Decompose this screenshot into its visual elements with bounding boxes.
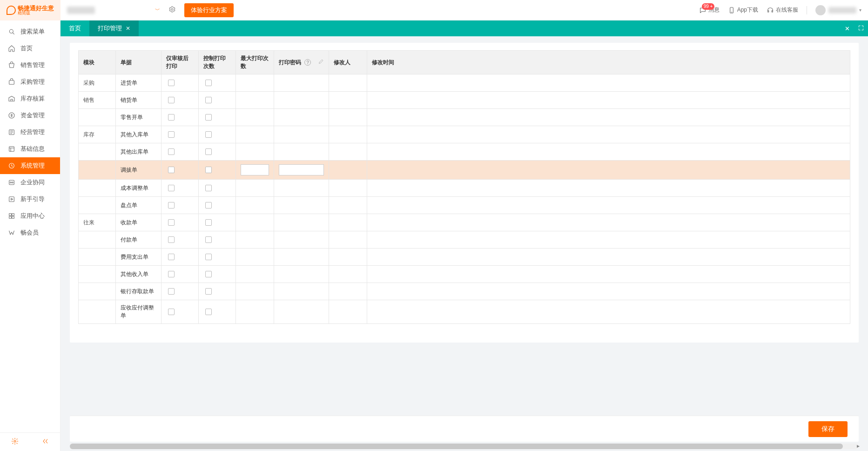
sidebar-item-home[interactable]: 首页 [0, 40, 60, 57]
svg-rect-20 [12, 216, 14, 219]
audit-only-checkbox[interactable] [168, 185, 175, 191]
limit-count-checkbox[interactable] [205, 309, 212, 315]
limit-count-checkbox[interactable] [205, 202, 212, 209]
sidebar-item-purchase[interactable]: 采购管理 [0, 74, 60, 90]
logo-icon [7, 6, 16, 15]
audit-only-checkbox[interactable] [168, 254, 175, 260]
cell-audit-only [161, 143, 199, 161]
limit-count-checkbox[interactable] [205, 167, 212, 173]
sidebar-settings-button[interactable] [11, 438, 19, 446]
limit-count-checkbox[interactable] [205, 254, 212, 260]
cell-audit-only [161, 109, 199, 126]
coop-icon [7, 178, 16, 187]
close-icon: ✕ [845, 25, 850, 32]
audit-only-checkbox[interactable] [168, 236, 175, 243]
limit-count-checkbox[interactable] [205, 97, 212, 103]
audit-only-checkbox[interactable] [168, 288, 175, 295]
save-button[interactable]: 保存 [808, 421, 848, 437]
limit-count-checkbox[interactable] [205, 148, 212, 155]
scroll-right-icon[interactable]: ▸ [857, 443, 860, 449]
limit-count-checkbox[interactable] [205, 114, 212, 121]
sidebar-item-base[interactable]: 基础信息 [0, 141, 60, 157]
fullscreen-button[interactable] [854, 20, 868, 36]
org-selector[interactable]: ﹀ [67, 3, 160, 18]
sidebar-item-sales[interactable]: 销售管理 [0, 57, 60, 74]
app-download-button[interactable]: App下载 [728, 6, 758, 14]
sidebar-collapse-button[interactable] [41, 438, 49, 446]
audit-only-checkbox[interactable] [168, 97, 175, 103]
cell-modifier [329, 109, 367, 126]
online-service-button[interactable]: 在线客服 [767, 6, 798, 14]
tab-home[interactable]: 首页 [61, 20, 89, 36]
cell-audit-only [161, 249, 199, 266]
limit-count-checkbox[interactable] [205, 236, 212, 243]
member-icon [7, 229, 16, 237]
sidebar-item-label: 资金管理 [20, 111, 45, 120]
audit-only-checkbox[interactable] [168, 131, 175, 138]
sidebar-item-label: 应用中心 [20, 212, 45, 220]
limit-count-checkbox[interactable] [205, 288, 212, 295]
close-icon[interactable]: ✕ [126, 25, 130, 32]
cell-max-count [236, 161, 274, 180]
scrollbar-thumb[interactable] [70, 444, 843, 449]
user-menu[interactable]: ▾ [815, 5, 861, 15]
tab-label: 打印管理 [98, 24, 122, 33]
audit-only-checkbox[interactable] [168, 219, 175, 226]
sidebar-item-appcenter[interactable]: 应用中心 [0, 208, 60, 224]
cell-limit-count [199, 300, 236, 324]
industry-plan-button[interactable]: 体验行业方案 [184, 3, 234, 17]
audit-only-checkbox[interactable] [168, 148, 175, 155]
cell-modify-time [367, 214, 850, 231]
col-password-label: 打印密码 [279, 59, 301, 66]
svg-rect-5 [9, 81, 14, 85]
audit-only-checkbox[interactable] [168, 271, 175, 277]
sidebar-item-coop[interactable]: 企业协同 [0, 174, 60, 191]
tab-print-management[interactable]: 打印管理 ✕ [89, 20, 139, 36]
cell-password [274, 161, 329, 180]
chevron-down-icon: ﹀ [155, 7, 160, 13]
limit-count-checkbox[interactable] [205, 185, 212, 191]
settings-button[interactable] [167, 5, 178, 16]
cell-password [274, 300, 329, 324]
edit-icon[interactable] [318, 59, 324, 66]
audit-only-checkbox[interactable] [168, 309, 175, 315]
sidebar-item-system[interactable]: 系统管理 [0, 157, 60, 174]
cell-doc: 调拔单 [116, 161, 161, 180]
sidebar-item-stock[interactable]: 库存核算 [0, 90, 60, 107]
sidebar-item-search[interactable]: 搜索菜单 [0, 23, 60, 40]
svg-point-21 [14, 440, 16, 442]
col-audit-only: 仅审核后打印 [161, 51, 199, 74]
messages-button[interactable]: 99 + 消息 [699, 6, 720, 14]
sidebar-item-fund[interactable]: 资金管理 [0, 107, 60, 124]
table-row: 采购进货单 [79, 74, 850, 92]
limit-count-checkbox[interactable] [205, 271, 212, 277]
table-row: 销售销货单 [79, 92, 850, 109]
cell-modifier [329, 126, 367, 143]
gear-icon [11, 439, 19, 446]
audit-only-checkbox[interactable] [168, 202, 175, 209]
cell-audit-only [161, 161, 199, 180]
sidebar-item-guide[interactable]: 新手引导 [0, 191, 60, 208]
audit-only-checkbox[interactable] [168, 167, 175, 173]
svg-rect-8 [9, 147, 14, 152]
password-input[interactable] [279, 164, 324, 175]
cell-modifier [329, 249, 367, 266]
sidebar-item-biz[interactable]: 经营管理 [0, 124, 60, 141]
cell-module [79, 143, 116, 161]
col-modifier: 修改人 [329, 51, 367, 74]
cell-module [79, 283, 116, 300]
tabs-close-all-button[interactable]: ✕ [840, 20, 854, 36]
max-count-input[interactable] [241, 164, 269, 175]
horizontal-scrollbar[interactable]: ▸ [70, 444, 859, 449]
sidebar-item-label: 基础信息 [20, 145, 45, 153]
limit-count-checkbox[interactable] [205, 131, 212, 138]
help-icon[interactable]: ? [304, 59, 311, 66]
limit-count-checkbox[interactable] [205, 80, 212, 86]
cell-password [274, 283, 329, 300]
audit-only-checkbox[interactable] [168, 80, 175, 86]
limit-count-checkbox[interactable] [205, 219, 212, 226]
headset-icon [767, 7, 774, 14]
logo[interactable]: 畅捷通好生意 精简版 [0, 0, 61, 20]
sidebar-item-member[interactable]: 畅会员 [0, 224, 60, 241]
audit-only-checkbox[interactable] [168, 114, 175, 121]
